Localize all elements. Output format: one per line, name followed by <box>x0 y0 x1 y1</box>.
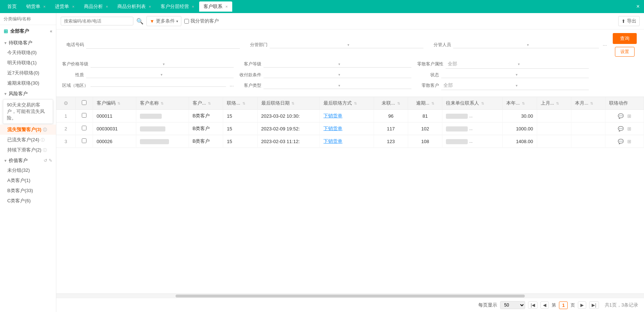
sidebar-item-tomorrow[interactable]: 明天待联络(1) <box>0 58 56 68</box>
row-checkbox-cell[interactable] <box>76 135 93 148</box>
prev-page-button[interactable]: ◀ <box>540 301 549 309</box>
filter-more-button[interactable]: ▼ 更多条件 ▾ <box>146 16 181 26</box>
section-value-customers[interactable]: ▼ 价值客户 ↺ ✎ <box>0 155 56 165</box>
action-message-icon[interactable]: 💬 <box>618 139 624 144</box>
page-size-select[interactable]: 50 100 200 <box>500 301 525 309</box>
row-last-way[interactable]: 下销货单 <box>320 110 374 122</box>
nav-customer-tier[interactable]: 客户分层经营 × <box>156 1 198 12</box>
sidebar-all-customers[interactable]: ⊞ 全部客户 « <box>0 25 56 37</box>
nav-customer-contact[interactable]: 客户联系 × <box>199 1 232 12</box>
nav-product-analysis[interactable]: 商品分析 × <box>80 1 112 12</box>
sidebar-item-class-c[interactable]: C类客户(6) <box>0 196 56 206</box>
sort-icon-this-month[interactable]: ⇅ <box>590 101 593 105</box>
row-last-way[interactable]: 下销货单 <box>320 135 374 148</box>
col-header-overdue[interactable]: 逾期... ⇅ <box>408 97 442 110</box>
sidebar-search-input[interactable] <box>4 16 56 21</box>
col-header-type[interactable]: 客户... ⇅ <box>189 97 223 110</box>
row-last-way[interactable]: 下销货单 <box>320 122 374 135</box>
sidebar-item-today[interactable]: 今天待联络(0) <box>0 48 56 58</box>
filter-customer-type-select[interactable]: ▾ <box>263 82 411 89</box>
nav-home[interactable]: 首页 <box>3 1 21 12</box>
filter-search-button[interactable]: 🔍 <box>136 18 144 25</box>
horizontal-scrollbar[interactable] <box>56 293 644 298</box>
action-message-icon[interactable]: 💬 <box>618 113 624 119</box>
row-action[interactable]: 💬 ⊞ <box>605 110 644 122</box>
sidebar-item-class-a[interactable]: A类客户(1) <box>0 175 56 186</box>
row-action[interactable]: 💬 ⊞ <box>605 122 644 135</box>
sidebar-item-ungrouped[interactable]: 未分组(32) <box>0 165 56 175</box>
filter-dots-manager[interactable]: ··· <box>603 42 607 48</box>
select-all-checkbox[interactable] <box>82 100 86 105</box>
col-header-unit-contact[interactable]: 往来单位联系人 ⇅ <box>442 97 503 110</box>
filter-status-select[interactable]: ▾ <box>441 72 589 78</box>
last-way-link[interactable]: 下销货单 <box>323 113 342 118</box>
my-customers-checkbox-label[interactable]: 我分管的客户 <box>184 18 219 24</box>
col-header-last-way[interactable]: 最后联络方式 ⇅ <box>320 97 374 110</box>
close-customer-tier[interactable]: × <box>192 4 194 9</box>
edit-icon[interactable]: ✎ <box>49 158 52 163</box>
sort-icon-overdue[interactable]: ⇅ <box>431 101 434 105</box>
filter-retail-customer-select[interactable]: 全部 ▾ <box>441 81 589 90</box>
sidebar-item-overdue[interactable]: 逾期未联络(30) <box>0 78 56 88</box>
filter-search-input[interactable] <box>61 17 133 25</box>
col-header-last-date[interactable]: 最后联络日期 ⇅ <box>257 97 320 110</box>
col-header-code[interactable]: 客户编码 ⇅ <box>93 97 136 110</box>
filter-manager-select[interactable]: ▾ <box>453 42 599 48</box>
sidebar-item-churn-warning[interactable]: 流失预警客户(3) ⓘ <box>0 125 56 135</box>
row-checkbox[interactable] <box>82 138 86 143</box>
filter-price-tier-select[interactable]: ▾ <box>90 61 234 68</box>
col-header-uncontact[interactable]: 未联... ⇅ <box>374 97 408 110</box>
filter-dept-select[interactable]: ▾ <box>270 42 423 48</box>
last-page-button[interactable]: ▶| <box>589 301 599 309</box>
scroll-thumb[interactable] <box>176 295 525 297</box>
filter-nature-select[interactable]: ▾ <box>86 72 234 78</box>
col-header-name[interactable]: 客户名称 ⇅ <box>136 97 189 110</box>
action-message-icon[interactable]: 💬 <box>618 126 624 131</box>
col-header-checkbox[interactable] <box>76 97 93 110</box>
col-header-contact[interactable]: 联络... ⇅ <box>223 97 257 110</box>
close-sales-order[interactable]: × <box>43 4 45 9</box>
sort-icon-last-month[interactable]: ⇅ <box>556 101 559 105</box>
filter-region-select[interactable] <box>90 84 226 87</box>
sort-icon-type[interactable]: ⇅ <box>208 101 211 105</box>
row-checkbox-cell[interactable] <box>76 122 93 135</box>
first-page-button[interactable]: |◀ <box>528 301 538 309</box>
filter-dots-region[interactable]: ··· <box>230 83 234 89</box>
close-purchase-order[interactable]: × <box>72 4 74 9</box>
sort-icon-last-way[interactable]: ⇅ <box>354 101 357 105</box>
sort-icon-this-year[interactable]: ⇅ <box>522 101 525 105</box>
filter-payment-select[interactable]: ▾ <box>263 72 411 78</box>
sort-icon-unit-contact[interactable]: ⇅ <box>481 101 484 105</box>
sort-icon-last-date[interactable]: ⇅ <box>291 101 294 105</box>
my-customers-checkbox[interactable] <box>184 19 189 24</box>
section-risk-customers[interactable]: ▼ 风险客户 <box>0 88 56 98</box>
last-way-link[interactable]: 下销货单 <box>323 126 342 131</box>
nav-purchase-order[interactable]: 进货单 × <box>51 1 79 12</box>
sidebar-item-class-b[interactable]: B类客户(33) <box>0 186 56 196</box>
col-header-this-year[interactable]: 本年... ⇅ <box>503 97 537 110</box>
refresh-icon[interactable]: ↺ <box>44 158 47 163</box>
sort-icon-code[interactable]: ⇅ <box>117 101 120 105</box>
action-more-icon[interactable]: ⊞ <box>627 139 631 144</box>
nav-product-analysis-list[interactable]: 商品分析列表 × <box>113 1 155 12</box>
sidebar-item-7days[interactable]: 近7天待联络(0) <box>0 68 56 78</box>
next-page-button[interactable]: ▶ <box>578 301 586 309</box>
export-button[interactable]: ⬆ 导出 <box>618 16 640 26</box>
settings-button[interactable]: 设置 <box>615 47 635 57</box>
action-more-icon[interactable]: ⊞ <box>627 113 631 119</box>
action-more-icon[interactable]: ⊞ <box>627 126 631 131</box>
sidebar-item-churned[interactable]: 已流失客户(24) ⓘ <box>0 135 56 145</box>
last-way-link[interactable]: 下销货单 <box>323 138 342 144</box>
filter-retail-attr-select[interactable]: 全部 ▾ <box>446 60 589 69</box>
col-header-last-month[interactable]: 上月... ⇅ <box>537 97 571 110</box>
close-customer-contact[interactable]: × <box>225 4 228 9</box>
col-header-this-month[interactable]: 本月... ⇅ <box>571 97 605 110</box>
row-checkbox[interactable] <box>82 113 86 118</box>
row-action[interactable]: 💬 ⊞ <box>605 135 644 148</box>
filter-customer-tier-select[interactable]: ▾ <box>263 61 411 68</box>
sort-icon-contact[interactable]: ⇅ <box>242 101 245 105</box>
close-all-tabs[interactable]: × <box>635 2 641 11</box>
col-header-settings[interactable]: ⚙ <box>56 97 76 110</box>
close-product-analysis[interactable]: × <box>106 4 108 9</box>
section-pending-contact[interactable]: ▼ 待联络客户 <box>0 37 56 48</box>
